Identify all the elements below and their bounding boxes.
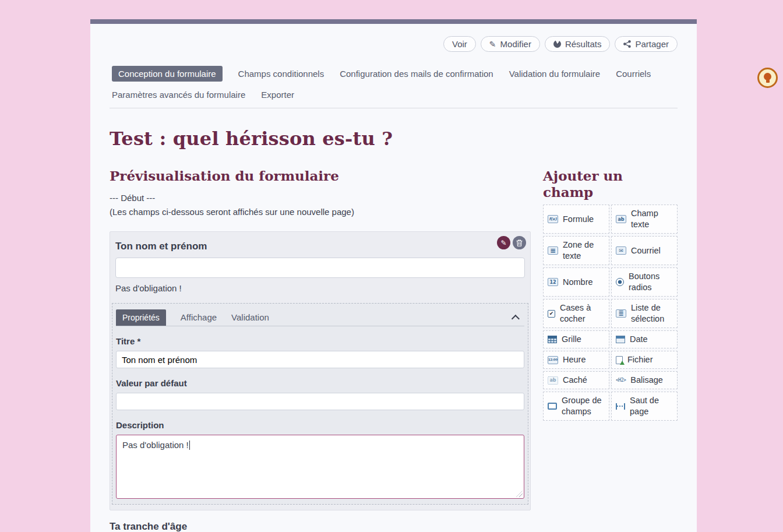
tab-conception-du-formulaire[interactable]: Conception du formulaire	[112, 66, 223, 82]
edit-field-icon[interactable]: ✎	[497, 236, 510, 249]
view-button-label: Voir	[452, 39, 467, 49]
file-upload-icon	[616, 356, 623, 364]
content-area: Voir ✎ Modifier Résultats Partager Conce…	[90, 19, 697, 532]
textarea-icon	[548, 246, 558, 255]
time-icon	[548, 356, 558, 364]
add-nombre-button[interactable]: Nombre	[543, 267, 609, 297]
text-cursor	[189, 441, 190, 450]
tab-validation[interactable]: Validation	[231, 309, 269, 326]
add-balisage-button[interactable]: Balisage	[611, 371, 678, 389]
preview-heading: Prévisualisation du formulaire	[110, 168, 531, 184]
add-button-label: Date	[630, 334, 648, 345]
form-nav-tabs: Conception du formulaire Champs conditio…	[110, 66, 678, 103]
preview-field-description: Pas d'obligation !	[115, 283, 525, 293]
resize-handle[interactable]	[516, 491, 523, 497]
add-button-label: Liste de sélection	[631, 302, 673, 325]
field-editor-panel: Propriétés Affichage Validation Titre * …	[112, 303, 528, 505]
grid-icon	[548, 336, 557, 343]
share-button-label: Partager	[635, 39, 669, 49]
add-button-label: Nombre	[563, 277, 593, 288]
page-title: Test : quel hérisson es-tu ?	[110, 128, 678, 150]
description-textarea[interactable]: Pas d'obligation !	[116, 435, 524, 499]
editor-tabs: Propriétés Affichage Validation	[116, 304, 524, 326]
fieldset-icon	[548, 403, 557, 410]
add-field-sidebar: Ajouter un champ Formule Champ texte Zon…	[543, 150, 678, 421]
tab-champs-conditionnels[interactable]: Champs conditionnels	[238, 66, 325, 82]
markup-icon	[616, 375, 626, 386]
tab-configuration-mails[interactable]: Configuration des mails de confirmation	[340, 66, 493, 82]
form-preview-column: Prévisualisation du formulaire --- Début…	[110, 150, 531, 532]
results-button-label: Résultats	[565, 39, 602, 49]
add-field-heading: Ajouter un champ	[543, 168, 645, 200]
valeur-par-defaut-input[interactable]	[116, 393, 524, 410]
add-button-label: Boutons radios	[629, 271, 673, 293]
form-start-marker: --- Début ---	[110, 193, 531, 203]
add-courriel-button[interactable]: Courriel	[611, 236, 678, 265]
description-textarea-value: Pas d'obligation !	[122, 440, 189, 450]
lightbulb-icon	[764, 73, 771, 83]
pencil-icon: ✎	[489, 40, 496, 48]
valeur-par-defaut-label: Valeur par défaut	[116, 378, 524, 388]
form-actions: Voir ✎ Modifier Résultats Partager	[110, 36, 678, 52]
add-heure-button[interactable]: Heure	[543, 351, 609, 369]
add-fichier-button[interactable]: Fichier	[611, 351, 678, 369]
tab-exporter[interactable]: Exporter	[261, 87, 294, 103]
add-button-label: Balisage	[630, 375, 663, 386]
next-field-label: Ta tranche d'âge	[110, 521, 531, 532]
tab-validation-du-formulaire[interactable]: Validation du formulaire	[509, 66, 600, 82]
titre-input[interactable]	[116, 351, 524, 368]
add-button-label: Groupe de champs	[562, 395, 605, 417]
add-boutons-radios-button[interactable]: Boutons radios	[611, 267, 678, 297]
titre-label: Titre *	[116, 336, 524, 346]
edit-button[interactable]: ✎ Modifier	[481, 36, 540, 52]
tab-proprietes[interactable]: Propriétés	[116, 309, 166, 326]
add-date-button[interactable]: Date	[611, 330, 678, 348]
description-label: Description	[116, 420, 524, 430]
add-button-label: Courriel	[631, 245, 661, 256]
tab-affichage[interactable]: Affichage	[181, 309, 217, 326]
add-field-grid: Formule Champ texte Zone de texte Courri…	[543, 205, 678, 421]
tab-courriels[interactable]: Courriels	[616, 66, 651, 82]
add-button-label: Heure	[563, 354, 586, 365]
radio-icon	[616, 278, 624, 286]
results-button[interactable]: Résultats	[545, 36, 611, 52]
formula-icon	[548, 215, 558, 223]
email-icon	[616, 246, 626, 255]
page-break-icon	[616, 403, 625, 410]
hidden-field-icon	[548, 376, 558, 385]
add-liste-de-selection-button[interactable]: Liste de sélection	[611, 299, 678, 328]
select-list-icon	[616, 309, 626, 318]
add-button-label: Formule	[563, 214, 594, 225]
share-button[interactable]: Partager	[615, 36, 678, 52]
add-champ-texte-button[interactable]: Champ texte	[611, 205, 678, 234]
view-button[interactable]: Voir	[443, 36, 476, 52]
checkbox-icon	[548, 310, 555, 318]
text-field-icon	[616, 215, 626, 223]
add-cache-button[interactable]: Caché	[543, 371, 609, 389]
tab-parametres-avances[interactable]: Paramètres avancés du formulaire	[112, 87, 245, 103]
page-break-note: (Les champs ci-dessous seront affichés s…	[110, 207, 531, 217]
field-card-actions: ✎	[497, 236, 526, 249]
add-button-label: Zone de texte	[563, 239, 605, 262]
nav-divider	[110, 108, 678, 108]
add-button-label: Grille	[562, 334, 581, 345]
add-saut-de-page-button[interactable]: Saut de page	[611, 392, 678, 421]
preview-field-input[interactable]	[115, 258, 525, 278]
add-button-label: Saut de page	[630, 395, 673, 417]
add-grille-button[interactable]: Grille	[543, 330, 609, 348]
pie-chart-icon	[553, 40, 561, 48]
add-button-label: Caché	[563, 375, 587, 386]
preview-field-label: Ton nom et prénom	[115, 241, 525, 252]
add-zone-de-texte-button[interactable]: Zone de texte	[543, 236, 609, 265]
add-groupe-de-champs-button[interactable]: Groupe de champs	[543, 392, 609, 421]
calendar-icon	[616, 336, 625, 343]
add-button-label: Champ texte	[631, 208, 673, 230]
collapse-panel-icon[interactable]	[512, 315, 520, 323]
delete-field-icon[interactable]	[513, 236, 526, 249]
add-formule-button[interactable]: Formule	[543, 205, 609, 234]
help-lightbulb-button[interactable]	[757, 68, 778, 88]
field-card-nom-prenom: ✎ Ton nom et prénom Pas d'obligation ! P…	[110, 231, 531, 510]
add-cases-a-cocher-button[interactable]: Cases à cocher	[543, 299, 609, 328]
share-icon	[623, 40, 631, 48]
add-button-label: Fichier	[627, 354, 653, 365]
